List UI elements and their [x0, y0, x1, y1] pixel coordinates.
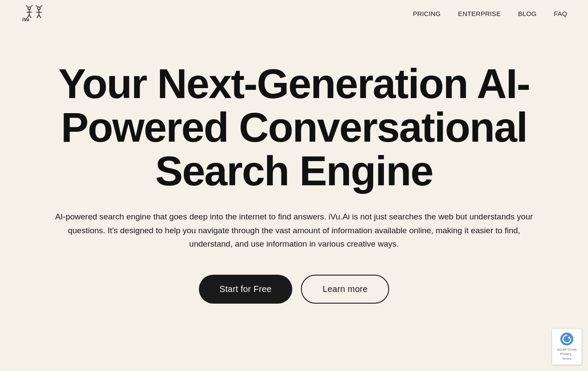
- nav-link-enterprise[interactable]: ENTERPRISE: [458, 10, 501, 17]
- svg-line-5: [27, 6, 28, 7]
- logo-icon: iVu: [21, 4, 47, 23]
- nav-link-blog[interactable]: BLOG: [518, 10, 537, 17]
- hero-buttons: Start for Free Learn more: [199, 275, 390, 304]
- hero-title: Your Next-Generation AI-Powered Conversa…: [52, 62, 536, 193]
- svg-point-17: [42, 5, 42, 6]
- nav-item-faq[interactable]: FAQ: [554, 10, 567, 18]
- nav-link-faq[interactable]: FAQ: [554, 10, 567, 17]
- recaptcha-logo-icon: [560, 332, 574, 346]
- svg-point-0: [28, 7, 31, 10]
- hero-section: Your Next-Generation AI-Powered Conversa…: [0, 28, 588, 330]
- svg-line-4: [29, 15, 32, 18]
- nav-links: PRICING ENTERPRISE BLOG FAQ: [413, 10, 567, 18]
- nav-item-enterprise[interactable]: ENTERPRISE: [458, 10, 501, 18]
- recaptcha-sublabel: Privacy - Terms: [557, 352, 576, 361]
- hero-description: AI-powered search engine that goes deep …: [52, 210, 536, 251]
- svg-point-6: [26, 5, 27, 6]
- nav-item-pricing[interactable]: PRICING: [413, 10, 441, 18]
- svg-point-9: [38, 7, 40, 10]
- recaptcha-badge: reCAPTCHA Privacy - Terms: [552, 328, 582, 365]
- svg-text:iVu: iVu: [22, 17, 29, 22]
- recaptcha-label: reCAPTCHA: [557, 348, 576, 352]
- svg-point-8: [32, 5, 32, 6]
- svg-line-14: [36, 6, 38, 7]
- learn-more-button[interactable]: Learn more: [301, 275, 389, 304]
- start-for-free-button[interactable]: Start for Free: [199, 275, 293, 304]
- svg-point-15: [35, 5, 36, 6]
- svg-line-12: [37, 15, 39, 18]
- svg-point-19: [560, 333, 573, 346]
- nav-link-pricing[interactable]: PRICING: [413, 10, 441, 17]
- svg-line-13: [39, 15, 41, 18]
- logo-link[interactable]: iVu: [21, 4, 47, 23]
- svg-line-16: [40, 6, 42, 7]
- navbar: iVu PRICING ENTERPRISE BLOG FAQ: [0, 0, 588, 28]
- nav-item-blog[interactable]: BLOG: [518, 10, 537, 18]
- svg-line-7: [31, 6, 32, 7]
